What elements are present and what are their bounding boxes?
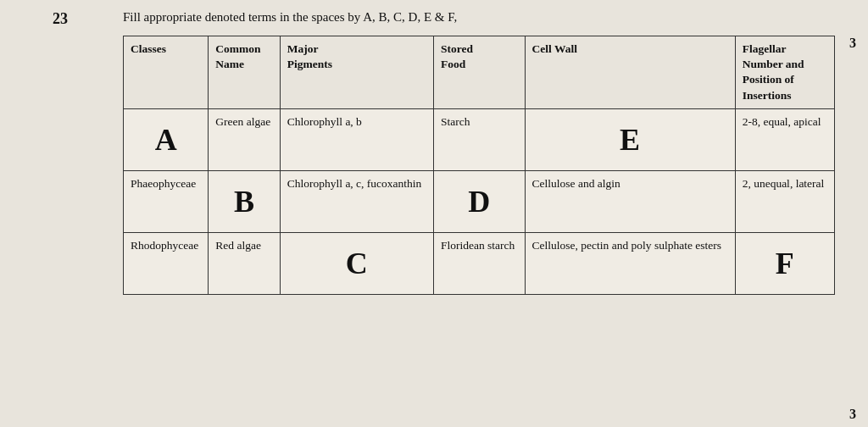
header-flagellar: FlagellarNumber andPosition ofInsertions	[735, 36, 834, 109]
table-row: Rhodophyceae Red algae C Floridean starc…	[124, 232, 835, 294]
table-row: Phaeophyceae B Chlorophyll a, c, fucoxan…	[124, 170, 835, 232]
question-text: Fill appropriate denoted terms in the sp…	[123, 10, 457, 25]
row2-col1: Phaeophyceae	[124, 170, 209, 232]
row2-col4: D	[433, 170, 525, 232]
letter-e: E	[532, 114, 728, 165]
row2-col5: Cellulose and algin	[525, 170, 735, 232]
header-classes: Classes	[124, 36, 209, 109]
row1-col5: E	[525, 108, 735, 170]
header-common-name: CommonName	[209, 36, 280, 109]
header-major-pigments: MajorPigments	[280, 36, 433, 109]
row3-col5: Cellulose, pectin and poly sulphate este…	[525, 232, 735, 294]
row2-col3: Chlorophyll a, c, fucoxanthin	[280, 170, 433, 232]
row2-col6: 2, unequal, lateral	[735, 170, 834, 232]
table-row: A Green algae Chlorophyll a, b Starch E …	[124, 108, 835, 170]
table-header-row: Classes CommonName MajorPigments StoredF…	[124, 36, 835, 109]
row1-col1: A	[124, 108, 209, 170]
row1-col4: Starch	[433, 108, 525, 170]
bottom-marker: 3	[849, 407, 856, 422]
table-wrapper: Classes CommonName MajorPigments StoredF…	[123, 36, 835, 295]
row1-col2: Green algae	[209, 108, 280, 170]
question-number: 23	[53, 10, 68, 28]
row3-col1: Rhodophyceae	[124, 232, 209, 294]
letter-f: F	[743, 238, 827, 289]
row3-col3: C	[280, 232, 433, 294]
row2-col2: B	[209, 170, 280, 232]
letter-b: B	[215, 176, 272, 227]
letter-c: C	[287, 238, 426, 289]
right-marker: 3	[849, 36, 856, 51]
header-stored-food: StoredFood	[433, 36, 525, 109]
row1-col6: 2-8, equal, apical	[735, 108, 834, 170]
letter-d: D	[441, 176, 518, 227]
row1-col3: Chlorophyll a, b	[280, 108, 433, 170]
row3-col2: Red algae	[209, 232, 280, 294]
header-cell-wall: Cell Wall	[525, 36, 735, 109]
row3-col4: Floridean starch	[433, 232, 525, 294]
main-table: Classes CommonName MajorPigments StoredF…	[123, 36, 835, 295]
row3-col6: F	[735, 232, 834, 294]
letter-a: A	[131, 114, 201, 165]
